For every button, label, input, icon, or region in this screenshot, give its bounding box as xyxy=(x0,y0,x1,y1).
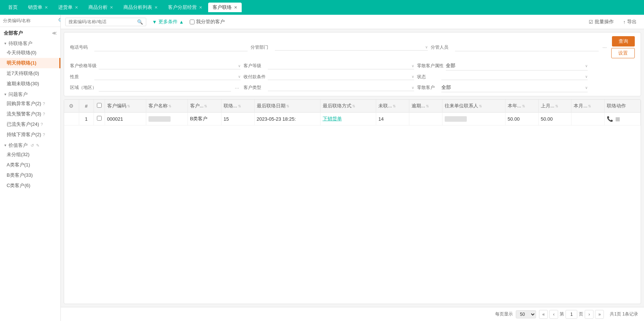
last-page-btn[interactable]: » xyxy=(595,310,604,319)
payment-select[interactable]: ∨ xyxy=(268,73,414,80)
ellipsis-icon[interactable]: ··· xyxy=(601,44,608,50)
row-select-checkbox[interactable] xyxy=(97,116,102,121)
my-customers-checkbox-label[interactable]: 我分管的客户 xyxy=(190,18,225,25)
sidebar-item-repurchase-abnormal[interactable]: 回购异常客户(2) ? xyxy=(0,99,60,109)
nav-tab-customer-tier[interactable]: 客户分层经营 ✕ xyxy=(164,3,207,12)
toolbar-search-input[interactable] xyxy=(69,19,137,24)
phone-action-icon[interactable]: 📞 xyxy=(607,116,613,122)
sidebar-item-class-b[interactable]: B类客户(33) xyxy=(0,170,60,180)
retail-attr-select[interactable]: 全部 ∨ xyxy=(446,61,588,70)
retail-customer-select[interactable]: 全部 ∨ xyxy=(441,83,588,92)
row-last-contact-method: 下销货单 xyxy=(320,113,376,125)
col-customer-type[interactable]: 客户...⇅ xyxy=(188,100,221,113)
sidebar-group-pending[interactable]: 待联络客户 xyxy=(0,38,60,48)
bottom-bar: 每页显示 50 100 200 « ‹ 第 页 › » 共1页 1条记录 xyxy=(61,307,644,321)
nav-tab-sales[interactable]: 销货单 ✕ xyxy=(24,3,52,12)
nav-tab-analysis[interactable]: 商品分析 ✕ xyxy=(84,3,118,12)
filter-more-btn[interactable]: ▼ 更多条件 ▲ xyxy=(149,17,187,27)
dept-select[interactable]: ∨ xyxy=(275,44,428,51)
customer-type-select[interactable]: ∨ xyxy=(268,84,414,91)
sidebar-group-problem[interactable]: 问题客户 xyxy=(0,89,60,99)
close-icon[interactable]: ✕ xyxy=(75,5,78,10)
customer-grade-select[interactable]: ∨ xyxy=(268,63,414,69)
main-layout: 🔍 全部客户 ≪ 待联络客户 今天待联络(0) 明天待联络(1) 近7天待联络(… xyxy=(0,15,644,321)
export-icon: ↑ xyxy=(623,19,626,25)
sidebar-group-value[interactable]: 价值客户 ↺ ✎ xyxy=(0,140,60,149)
nav-tab-purchase[interactable]: 进货单 ✕ xyxy=(54,3,83,12)
row-overdue xyxy=(409,113,442,125)
page-number-input[interactable] xyxy=(566,310,577,319)
close-icon[interactable]: ✕ xyxy=(45,5,48,10)
sidebar-item-churn-warning[interactable]: 流失预警客户(3) ? xyxy=(0,109,60,119)
chevron-down-icon: ∨ xyxy=(238,64,241,68)
region-input[interactable] xyxy=(99,84,231,92)
col-this-month[interactable]: 本月...⇅ xyxy=(571,100,605,113)
row-no: 1 xyxy=(79,113,94,125)
col-last-month[interactable]: 上月...⇅ xyxy=(538,100,571,113)
sidebar-item-today[interactable]: 今天待联络(0) xyxy=(0,48,60,58)
col-overdue[interactable]: 逾期...⇅ xyxy=(409,100,442,113)
page-size-select[interactable]: 50 100 200 xyxy=(516,310,536,318)
sidebar-item-7days[interactable]: 近7天待联络(0) xyxy=(0,68,60,79)
status-select[interactable]: ∨ xyxy=(441,73,588,80)
help-icon[interactable]: ? xyxy=(43,101,45,106)
pagination: « ‹ 第 页 › » xyxy=(539,310,604,319)
last-contact-link[interactable]: 下销货单 xyxy=(323,116,342,121)
toolbar-search-bar: 🔍 xyxy=(65,18,146,26)
prev-page-btn[interactable]: ‹ xyxy=(549,310,558,319)
collapse-icon[interactable]: ≪ xyxy=(52,31,57,36)
sidebar-item-class-a[interactable]: A类客户(1) xyxy=(0,160,60,170)
next-page-btn[interactable]: › xyxy=(585,310,594,319)
settings-icon[interactable]: ⚙ xyxy=(69,103,74,109)
col-this-year[interactable]: 本年...⇅ xyxy=(505,100,538,113)
col-last-contact-method[interactable]: 最后联络方式⇅ xyxy=(320,100,376,113)
col-customer-code[interactable]: 客户编码⇅ xyxy=(105,100,146,113)
select-all-checkbox[interactable] xyxy=(97,103,102,108)
first-page-btn[interactable]: « xyxy=(539,310,548,319)
col-checkbox xyxy=(94,100,105,113)
sidebar-search-input[interactable] xyxy=(3,18,58,23)
top-nav: 首页 销货单 ✕ 进货单 ✕ 商品分析 ✕ 商品分析列表 ✕ 客户分层经营 ✕ … xyxy=(0,0,644,15)
help-icon[interactable]: ? xyxy=(43,132,45,137)
price-grade-select[interactable]: ∨ xyxy=(99,63,241,69)
col-last-contact-date[interactable]: 最后联络日期⇅ xyxy=(254,100,320,113)
sidebar-item-ungrouped[interactable]: 未分组(32) xyxy=(0,149,60,160)
person-input[interactable] xyxy=(455,44,599,51)
chevron-down-icon: ∨ xyxy=(412,86,414,90)
toolbar-search-icon[interactable]: 🔍 xyxy=(137,19,143,25)
export-btn[interactable]: ↑ 导出 xyxy=(620,17,640,27)
my-customers-checkbox[interactable] xyxy=(190,20,195,24)
col-uncontacted[interactable]: 未联...⇅ xyxy=(376,100,409,113)
row-this-month xyxy=(571,113,605,125)
sidebar-item-tomorrow[interactable]: 明天待联络(1) xyxy=(0,58,60,68)
sidebar-item-class-c[interactable]: C类客户(6) xyxy=(0,180,60,191)
filter-dept: 分管部门 ∨ xyxy=(251,44,428,51)
batch-op-btn[interactable]: ☑ 批量操作 xyxy=(586,17,617,27)
reset-button[interactable]: 设置 xyxy=(611,48,635,58)
close-icon[interactable]: ✕ xyxy=(234,5,237,10)
sidebar-item-declining[interactable]: 持续下滑客户(2) ? xyxy=(0,130,60,140)
nature-select[interactable]: ∨ xyxy=(94,73,241,80)
nav-tab-analysis-list[interactable]: 商品分析列表 ✕ xyxy=(119,3,162,12)
edit-icon[interactable]: ✎ xyxy=(36,143,39,148)
col-customer-name[interactable]: 客户名称⇅ xyxy=(146,100,188,113)
nav-tab-customer-contact[interactable]: 客户联络 ✕ xyxy=(208,3,242,12)
sidebar-item-overdue[interactable]: 逾期未联络(30) xyxy=(0,79,60,89)
query-button[interactable]: 查询 xyxy=(612,36,635,46)
all-customers-header[interactable]: 全部客户 ≪ xyxy=(0,27,60,38)
help-icon[interactable]: ? xyxy=(43,112,45,116)
row-contact-count: 15 xyxy=(221,113,254,125)
sidebar-search-icon[interactable]: 🔍 xyxy=(58,18,61,24)
sidebar-item-churned[interactable]: 已流失客户(24) ? xyxy=(0,119,60,130)
close-icon[interactable]: ✕ xyxy=(110,5,113,10)
close-icon[interactable]: ✕ xyxy=(199,5,202,10)
phone-input[interactable] xyxy=(94,44,248,51)
col-unit-contact[interactable]: 往来单位联系人⇅ xyxy=(442,100,505,113)
refresh-icon[interactable]: ↺ xyxy=(31,143,34,148)
help-icon[interactable]: ? xyxy=(41,122,43,127)
grid-action-icon[interactable]: ▦ xyxy=(615,116,620,122)
nav-home[interactable]: 首页 xyxy=(4,3,22,12)
close-icon[interactable]: ✕ xyxy=(154,5,158,10)
col-contact-count[interactable]: 联络...⇅ xyxy=(221,100,254,113)
ellipsis-icon[interactable]: ··· xyxy=(233,85,241,91)
